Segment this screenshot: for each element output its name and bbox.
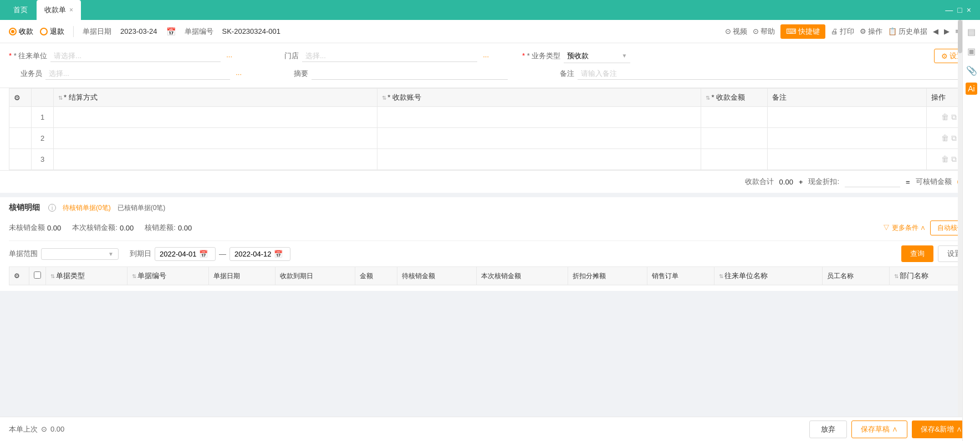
abandon-button[interactable]: 放弃 [809,421,847,438]
row-1-amount[interactable] [701,107,768,128]
summary-label: 摘要 [275,69,308,79]
form-area: * 往来单位 ··· 门店 ··· * 业务类型 预收款 ▼ ⚙ 设置 业务员 [0,43,980,88]
current-label: 本次核销金额: [72,223,118,233]
sort-icon-3[interactable]: ⇅ [706,95,710,101]
summary-input[interactable] [312,68,508,80]
receipt-radio[interactable]: 收款 [9,27,33,37]
recon-info-icon[interactable]: i [48,204,56,212]
btcol-setting[interactable]: ⚙ [9,267,29,285]
row-3-remark[interactable] [768,149,927,170]
discount-input[interactable] [845,176,900,187]
tab-receipt[interactable]: 收款单 × [37,0,81,20]
row-3-settlement[interactable] [54,149,377,170]
row-3-amount[interactable] [701,149,768,170]
salesperson-more-icon[interactable]: ··· [236,70,242,78]
btcol-checkbox[interactable] [29,267,46,285]
delete-row-3-icon[interactable]: 🗑 [941,155,949,164]
sort-partner-icon[interactable]: ⇅ [719,273,723,279]
table-settings-icon[interactable]: ⚙ [14,94,21,102]
sort-number-icon[interactable]: ⇅ [132,273,136,279]
save-draft-button[interactable]: 保存草稿 ∧ [851,421,907,438]
done-tab[interactable]: 已核销单据(0笔) [118,203,166,213]
amount-label: * 收款金额 [711,93,745,102]
row-1-account[interactable] [377,107,701,128]
row-2-settlement[interactable] [54,128,377,149]
summary-field: 摘要 [275,68,508,80]
store-more-icon[interactable]: ··· [483,52,489,60]
tab-home[interactable]: 首页 [4,0,37,20]
date-to-input[interactable]: 2022-04-12 📅 [229,247,290,261]
sort-icon[interactable]: ⇅ [58,95,63,101]
row-3-num: 3 [32,149,54,170]
store-input[interactable] [302,50,477,62]
row-1-settlement[interactable] [54,107,377,128]
prev-icon[interactable]: ⊙ [41,425,47,433]
store-label: 门店 [266,51,299,61]
date-value: 2023-03-24 [120,27,157,35]
btcol-due-date: 收款到期日 [275,267,355,285]
tab-close-icon[interactable]: × [69,0,73,20]
pending-tab[interactable]: 待核销单据(0笔) [63,203,111,213]
salesperson-input[interactable] [45,68,230,80]
delete-row-2-icon[interactable]: 🗑 [941,134,949,143]
help-label: 帮助 [760,27,775,37]
refund-radio[interactable]: 退款 [40,27,64,37]
copy-row-2-icon[interactable]: ⧉ [951,134,957,143]
partner-more-icon[interactable]: ··· [226,52,232,60]
print-icon: 🖨 [831,27,838,35]
operation-link[interactable]: ⚙ 操作 [860,27,882,37]
sidebar-attach-icon[interactable]: 📎 [964,63,979,78]
toolbar-right: ⊙ 视频 ⊙ 帮助 ⌨ 快捷键 🖨 打印 ⚙ 操作 📋 历史单据 ◀ ▶ ≡ ⊞ [725,24,971,39]
history-link[interactable]: 📋 历史单据 [888,27,927,37]
row-3-account[interactable] [377,149,701,170]
close-button[interactable]: × [967,6,971,14]
col-setting-header[interactable]: ⚙ [9,89,32,107]
date-to-value: 2022-04-12 [234,250,272,258]
video-link[interactable]: ⊙ 视频 [725,27,747,37]
form-row-1: * 往来单位 ··· 门店 ··· * 业务类型 预收款 ▼ ⚙ 设置 [9,49,971,63]
btcol-type: ⇅ 单据类型 [46,267,127,285]
receipt-type-group: 收款 退款 [9,27,64,37]
shortcut-button[interactable]: ⌨ 快捷键 [780,24,825,39]
copy-row-3-icon[interactable]: ⧉ [951,155,957,164]
copy-row-1-icon[interactable]: ⧉ [951,112,957,122]
scrollbar-thumb[interactable] [958,20,962,53]
sort-type-icon[interactable]: ⇅ [50,273,55,279]
btcol-current-recon: 本次核销金额 [476,267,568,285]
sort-icon-2[interactable]: ⇅ [382,95,386,101]
table-container: ⚙ ⇅ * 结算方式 ⇅ * 收款账号 ⇅ [0,88,980,170]
save-new-label: 保存&新增 ∧ [921,424,962,434]
print-link[interactable]: 🖨 打印 [831,27,854,37]
row-2-amount[interactable] [701,128,768,149]
delete-row-1-icon[interactable]: 🗑 [941,112,949,122]
date-from-input[interactable]: 2022-04-01 📅 [155,247,216,261]
sort-dept-icon[interactable]: ⇅ [894,273,899,279]
unchecked-label: 未核销金额 [9,223,45,233]
sidebar-ai-icon[interactable]: Ai [966,83,977,95]
col-account-header: ⇅ * 收款账号 [377,89,701,107]
partner-input[interactable] [50,50,221,62]
minimize-button[interactable]: — [945,6,953,14]
form-row-2: 业务员 ··· 摘要 备注 [9,68,971,80]
remark-input[interactable] [578,68,971,80]
range-select[interactable]: ▼ [41,248,119,260]
row-2-remark[interactable] [768,128,927,149]
nav-prev-icon[interactable]: ◀ [933,27,938,35]
query-button[interactable]: 查询 [901,245,933,262]
row-2-account[interactable] [377,128,701,149]
business-type-select[interactable]: 预收款 ▼ [564,49,630,63]
receipt-label: 收款 [19,27,33,37]
recon-stats: 未核销金额 0.00 本次核销金额: 0.00 核销差额: 0.00 [9,219,192,236]
sidebar-grid-icon[interactable]: ▣ [965,44,978,59]
sidebar-table-icon[interactable]: ▤ [965,24,978,39]
select-all-checkbox[interactable] [34,271,41,279]
row-1-num: 1 [32,107,54,128]
row-1-remark[interactable] [768,107,927,128]
maximize-button[interactable]: □ [957,6,962,14]
help-link[interactable]: ⊙ 帮助 [753,27,775,37]
btcol-partner-name: ⇅ 往来单位名称 [714,267,823,285]
calendar-icon[interactable]: 📅 [166,27,176,36]
nav-next-icon[interactable]: ▶ [944,27,950,35]
salesperson-label: 业务员 [9,69,42,79]
more-conditions-link[interactable]: ▽ 更多条件 ∧ [883,223,926,233]
